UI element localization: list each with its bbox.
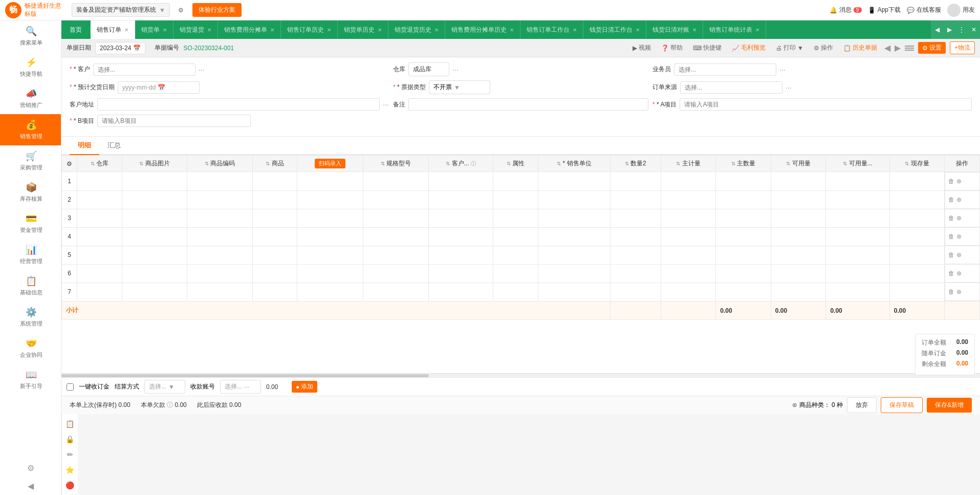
tab-summary[interactable]: 汇总 [99, 137, 129, 155]
tab-more-btn[interactable]: ⋮ [955, 20, 968, 39]
row-2-code[interactable] [187, 190, 253, 209]
settings-form-btn[interactable]: ⚙ 设置 [918, 42, 946, 54]
row-6-available[interactable] [771, 264, 826, 283]
view-btn[interactable]: ▶ 视频 [629, 42, 654, 53]
sidebar-item-guide[interactable]: 📖 新手引导 [0, 364, 61, 395]
tab-return-history[interactable]: 销货退货历史 ✕ [388, 20, 445, 39]
b-project-input[interactable] [97, 115, 251, 127]
sidebar-item-inventory[interactable]: 📦 库存核算 [0, 177, 61, 208]
row-7-image[interactable] [122, 283, 187, 302]
online-service-btn[interactable]: 💬 在线客服 [907, 6, 941, 14]
right-icon-3[interactable]: ✏ [63, 448, 77, 461]
customer-dots[interactable]: ··· [199, 66, 205, 74]
row-1-product[interactable] [252, 172, 297, 191]
row-4-qty2[interactable] [610, 227, 661, 246]
sidebar-item-system[interactable]: ⚙️ 系统管理 [0, 302, 61, 333]
row-6-delete-icon[interactable]: 🗑 [948, 270, 954, 277]
row-2-customer[interactable] [428, 190, 493, 209]
row-5-main-unit[interactable] [661, 246, 716, 264]
account-select[interactable]: 选择... ··· [220, 380, 261, 394]
nav-next-icon[interactable]: ▶ [895, 43, 901, 53]
row-6-warehouse[interactable] [77, 264, 122, 283]
tab-sales-invoice[interactable]: 销货单 ✕ [135, 20, 173, 39]
scrollbar-thumb[interactable] [61, 374, 429, 377]
row-5-main-qty[interactable] [716, 246, 771, 264]
row-6-main-unit[interactable] [661, 264, 716, 283]
add-payment-btn[interactable]: ● 添加 [292, 381, 317, 393]
row-2-copy-icon[interactable]: ⊕ [956, 196, 962, 203]
row-4-available[interactable] [771, 227, 826, 246]
row-6-current[interactable] [889, 264, 945, 283]
row-1-main-unit[interactable] [661, 172, 716, 191]
tab-sales-expense-close[interactable]: ✕ [270, 27, 274, 33]
industry-btn[interactable]: 体验行业方案 [192, 3, 242, 17]
row-1-available2[interactable] [826, 172, 889, 191]
row-5-unit[interactable] [538, 246, 610, 264]
row-5-product[interactable] [252, 246, 297, 264]
row-5-available[interactable] [771, 246, 826, 264]
row-1-attr[interactable] [493, 172, 538, 191]
row-3-main-unit[interactable] [661, 209, 716, 227]
row-5-customer[interactable] [428, 246, 493, 264]
tab-sales-return-close[interactable]: ✕ [207, 27, 211, 33]
sidebar-item-enterprise[interactable]: 🤝 企业协同 [0, 333, 61, 364]
right-icon-2[interactable]: 🔒 [63, 433, 77, 446]
warehouse-dots[interactable]: ··· [452, 66, 459, 74]
row-7-delete-icon[interactable]: 🗑 [948, 288, 954, 295]
row-3-warehouse[interactable] [77, 209, 122, 227]
order-source-input[interactable] [680, 81, 782, 94]
row-3-current[interactable] [889, 209, 945, 227]
row-3-code[interactable] [187, 209, 253, 227]
tab-sales-order[interactable]: 销售订单 ✕ [91, 20, 135, 39]
print-btn[interactable]: 🖨 打印 ▼ [773, 42, 807, 53]
table-container[interactable]: ⚙ ⇅ 仓库 ⇅ 商品图片 ⇅ 商品编码 ⇅ 商品 扫码录入 ⇅ 规格型号 ⇅ … [61, 155, 980, 373]
tab-next-btn[interactable]: ▶ [943, 20, 955, 39]
discard-btn[interactable]: 放弃 [847, 397, 877, 413]
row-5-copy-icon[interactable]: ⊕ [956, 251, 962, 259]
row-2-product[interactable] [252, 190, 297, 209]
sidebar-item-finance[interactable]: 💳 资金管理 [0, 208, 61, 239]
row-4-code[interactable] [187, 227, 253, 246]
row-2-main-unit[interactable] [661, 190, 716, 209]
tab-order-history-close[interactable]: ✕ [327, 27, 331, 33]
sidebar-settings-icon[interactable]: ⚙ [0, 459, 61, 477]
tab-invoice-history-close[interactable]: ✕ [378, 27, 382, 33]
tab-sales-invoice-close[interactable]: ✕ [163, 27, 167, 33]
tab-home[interactable]: 首页 [61, 26, 91, 34]
row-6-product[interactable] [252, 264, 297, 283]
system-title-dropdown[interactable]: 装备及固定资产辅助管理系统 ▼ [72, 3, 170, 17]
tab-sales-order-close[interactable]: ✕ [124, 27, 128, 33]
deposit-checkbox[interactable] [67, 383, 74, 391]
nav-prev-icon[interactable]: ◀ [884, 43, 890, 53]
row-6-code[interactable] [187, 264, 253, 283]
date-input[interactable]: 2023-03-24 📅 [95, 42, 145, 54]
source-dots[interactable]: ··· [786, 83, 792, 92]
tab-sales-return[interactable]: 销货退货 ✕ [173, 20, 218, 39]
row-3-customer[interactable] [428, 209, 493, 227]
row-5-delete-icon[interactable]: 🗑 [948, 251, 954, 259]
right-icon-4[interactable]: ⭐ [63, 463, 77, 477]
row-6-available2[interactable] [826, 264, 889, 283]
row-4-current[interactable] [889, 227, 945, 246]
table-scrollbar[interactable] [61, 373, 980, 377]
sidebar-item-sales[interactable]: 💰 销售管理 [0, 114, 61, 145]
tab-return-history-close[interactable]: ✕ [434, 27, 439, 33]
save-new-btn[interactable]: 保存&新增 [927, 398, 972, 413]
sidebar-item-marketing[interactable]: 📣 营销推广 [0, 83, 61, 114]
delivery-input[interactable]: yyyy-mm-dd 📅 [118, 81, 200, 94]
row-3-available2[interactable] [826, 209, 889, 227]
tab-daily-workbench[interactable]: 钱货日清工作台 ✕ [583, 20, 646, 39]
row-6-attr[interactable] [493, 264, 538, 283]
row-3-spec[interactable] [363, 209, 429, 227]
row-3-main-qty[interactable] [716, 209, 771, 227]
row-6-customer[interactable] [428, 264, 493, 283]
row-3-delete-icon[interactable]: 🗑 [948, 214, 954, 222]
tab-daily-reconcile-close[interactable]: ✕ [692, 27, 696, 33]
row-6-image[interactable] [122, 264, 187, 283]
row-5-spec[interactable] [363, 246, 429, 264]
row-2-attr[interactable] [493, 190, 538, 209]
row-2-spec[interactable] [363, 190, 429, 209]
row-7-code[interactable] [187, 283, 253, 302]
app-download-btn[interactable]: 📱 App下载 [868, 6, 901, 14]
tab-order-workbench[interactable]: 销售订单工作台 ✕ [520, 20, 583, 39]
